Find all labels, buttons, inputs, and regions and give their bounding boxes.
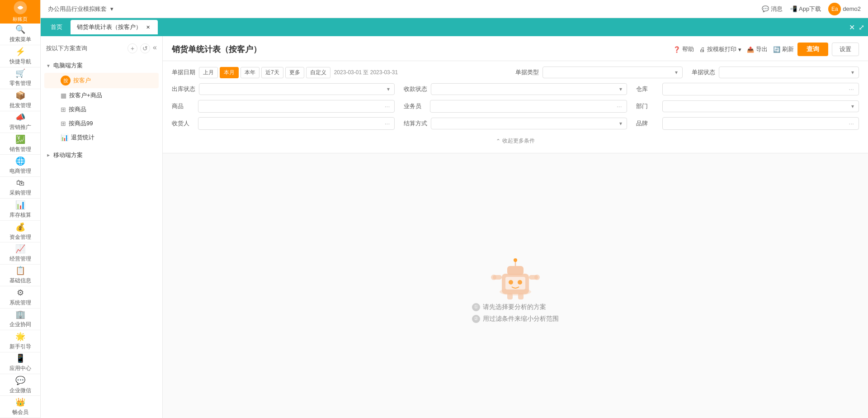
sidebar-item-basic[interactable]: 📋 基础信息 [0,265,41,286]
warehouse-label: 仓库 [636,85,659,93]
date-label: 单据日期 [172,68,195,76]
collapse-more-btn[interactable]: ⌃ 收起更多条件 [172,134,859,147]
by-goods-99-icon: ⊞ [61,120,66,127]
out-status-select[interactable]: ▾ [199,83,395,95]
filter-recv-status: 收款状态 ▾ [404,83,627,95]
tree-arrow-desktop: ▼ [46,63,51,68]
sidebar-item-inventory[interactable]: 📊 库存核算 [0,199,41,220]
tree-child-by-goods[interactable]: ⊞ 按商品 [44,103,159,116]
goods-input[interactable]: ··· [198,100,395,113]
tree-child-by-customer-goods[interactable]: ▦ 按客户+商品 [44,89,159,102]
by-customer-goods-label: 按客户+商品 [69,91,102,100]
left-panel: 按以下方案查询 + ↺ « ▼ 电脑端方案 按 按客户 ▦ [41,36,163,418]
filter-doc-status: 单据状态 ▾ [692,66,859,78]
warehouse-input[interactable]: ··· [662,83,859,95]
sidebar-item-system[interactable]: ⚙ 系统管理 [0,286,41,308]
sidebar-item-purchase[interactable]: 🛍 采购管理 [0,177,41,199]
by-goods-icon: ⊞ [61,106,66,113]
sidebar-item-wholesale[interactable]: 📦 批发管理 [0,89,41,111]
receiver-input[interactable]: ··· [198,117,395,130]
print-dropdown-icon: ▾ [738,46,741,53]
sidebar-item-quick[interactable]: ⚡ 快捷导航 [0,45,41,67]
date-btn-custom[interactable]: 自定义 [306,67,330,78]
sidebar-item-finance[interactable]: 💰 资金管理 [0,221,41,242]
out-status-label: 出库状态 [172,85,195,93]
operation-icon: 📈 [15,244,25,254]
doc-status-select[interactable]: ▾ [719,66,859,78]
return-stats-label: 退货统计 [71,133,94,142]
refresh-scheme-btn[interactable]: ↺ [140,43,150,53]
svg-rect-13 [507,293,513,299]
user-area[interactable]: Ea demo2 [828,3,861,15]
message-btn[interactable]: 💬 消息 [762,5,783,13]
sidebar-item-newbie[interactable]: 🌟 新手引导 [0,330,41,352]
corp-icon: 🏢 [15,309,25,319]
recv-status-select[interactable]: ▾ [431,83,627,95]
filter-doc-type: 单据类型 ▾ [515,66,683,78]
tab-home[interactable]: 首页 [44,20,69,34]
collapse-left-btn[interactable]: « [153,43,157,53]
sidebar-item-sales[interactable]: 💹 销售管理 [0,133,41,155]
goods-label: 商品 [172,102,194,110]
tree-parent-mobile[interactable]: ▼ 移动端方案 [41,148,162,162]
page-header: 销货单统计表（按客户） ❓ 帮助 🖨 按模板打印 ▾ 📤 [163,36,868,61]
settings-button[interactable]: 设置 [832,43,859,56]
date-btn-more[interactable]: 更多 [285,67,304,78]
tab-close-btn[interactable]: ✕ [144,24,151,31]
logo-area: 标账页 [0,0,41,24]
export-btn[interactable]: 📤 导出 [747,45,768,53]
add-scheme-btn[interactable]: + [127,43,137,53]
by-goods-label: 按商品 [69,105,86,114]
by-customer-icon: 按 [61,76,71,86]
payment-select[interactable]: ▾ [431,118,627,129]
tab-close-window-icon[interactable]: ✕ [849,23,855,32]
filter-dept: 部门 ▾ [636,100,859,112]
date-btn-7days[interactable]: 近7天 [261,67,283,78]
tree-child-return-stats[interactable]: 📊 退货统计 [44,131,159,144]
tab-sales-stats[interactable]: 销货单统计表（按客户） ✕ [71,20,158,34]
dept-select[interactable]: ▾ [662,100,859,112]
dept-arrow: ▾ [851,103,854,109]
print-btn[interactable]: 🖨 按模板打印 ▾ [699,45,741,53]
filter-staff: 业务员 ··· [404,100,627,113]
help-btn[interactable]: ❓ 帮助 [673,45,694,53]
date-btn-this-year[interactable]: 本年 [241,67,259,78]
industry-selector[interactable]: 办公用品行业模拟账套 ▾ [48,5,113,13]
tree-child-by-customer[interactable]: 按 按客户 [44,73,159,88]
sidebar-item-marketing[interactable]: 📣 营销推广 [0,111,41,133]
tree-arrow-mobile: ▼ [46,153,51,157]
refresh-btn[interactable]: 🔄 刷新 [773,45,794,53]
out-status-arrow: ▾ [387,86,390,92]
tree-parent-desktop[interactable]: ▼ 电脑端方案 [41,59,162,72]
sidebar-item-appcenter[interactable]: 📱 应用中心 [0,352,41,374]
recv-status-arrow: ▾ [619,86,622,92]
tree-child-by-goods-99[interactable]: ⊞ 按商品99 [44,117,159,130]
sidebar-item-corp[interactable]: 🏢 企业协同 [0,309,41,330]
doc-type-select[interactable]: ▾ [542,66,683,78]
sidebar-item-ecommerce[interactable]: 🌐 电商管理 [0,155,41,176]
main-area: 办公用品行业模拟账套 ▾ 💬 消息 📲 App下载 Ea demo2 首页 [41,0,868,418]
date-btn-this-month[interactable]: 本月 [220,67,239,78]
query-button[interactable]: 查询 [797,43,828,56]
sidebar-item-retail[interactable]: 🛒 零售管理 [0,67,41,89]
brand-input[interactable]: ··· [662,117,859,130]
filter-payment: 结算方式 ▾ [404,118,627,129]
brand-label: 品牌 [636,119,659,128]
sidebar-item-search[interactable]: 🔍 搜索菜单 [0,24,41,45]
sidebar-item-wechat[interactable]: 💬 企业微信 [0,374,41,396]
sidebar-item-operation[interactable]: 📈 经营管理 [0,242,41,264]
sidebar-item-member[interactable]: 👑 畅会员 [0,396,41,418]
purchase-icon: 🛍 [16,178,24,188]
staff-input[interactable]: ··· [430,100,627,113]
industry-label: 办公用品行业模拟账套 [48,5,107,13]
svg-point-5 [518,280,522,285]
by-customer-goods-icon: ▦ [61,92,66,99]
tab-maximize-icon[interactable]: ⤢ [859,23,864,32]
warehouse-dots: ··· [849,86,854,93]
system-icon: ⚙ [17,288,24,298]
tree-parent-label-desktop: 电脑端方案 [53,62,83,70]
left-panel-actions: + ↺ « [127,43,157,53]
app-download-btn[interactable]: 📲 App下载 [790,5,821,13]
date-btn-last-month[interactable]: 上月 [199,67,218,78]
robot-illustration [488,249,542,303]
